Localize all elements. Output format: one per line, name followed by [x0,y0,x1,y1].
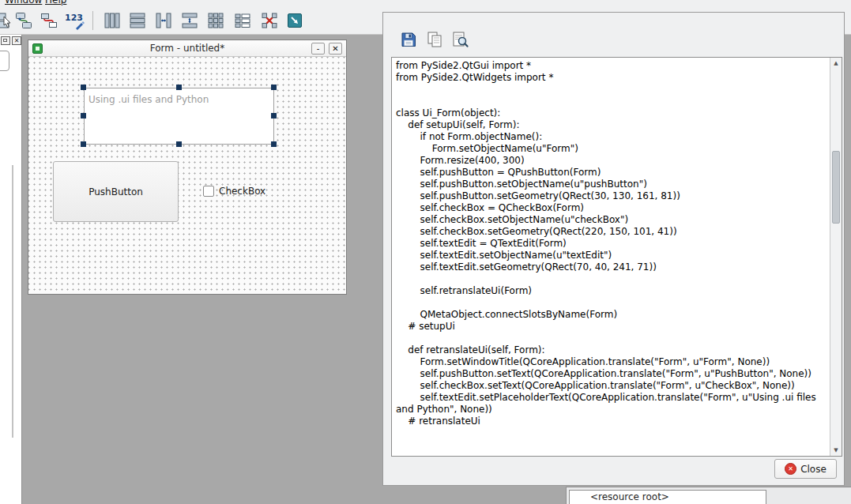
edit-signals-slots-icon [14,11,33,30]
scroll-down-icon[interactable]: ▼ [830,445,842,456]
edit-widgets-icon [0,11,13,30]
code-scrollbar[interactable]: ▲ ▼ [830,58,842,456]
close-button[interactable]: ✕ Close [774,459,837,479]
qt-designer-window: Window Help [0,0,851,504]
selection-handle-top-right[interactable] [271,85,277,90]
edit-buddies-icon [40,11,58,30]
layout-splitter-horizontal-icon [154,11,173,30]
edit-widgets-button[interactable] [0,10,13,31]
form-window-title: Form - untitled* [28,40,346,56]
layout-grid-icon [206,11,225,30]
selection-handle-bottom-right[interactable] [271,141,277,147]
form-minimize-button[interactable]: - [311,43,325,55]
toolbar-separator [92,11,93,30]
code-view[interactable]: from PySide2.QtGui import * from PySide2… [391,57,842,457]
break-layout-button[interactable] [259,10,280,31]
dock-scrollbar[interactable] [12,165,13,438]
layout-splitter-horizontal-button[interactable] [153,10,174,31]
resource-tree: <resource root> [569,490,766,504]
selection-handle-middle-left[interactable] [81,113,86,118]
layout-vertical-icon [128,11,147,30]
scrollbar-thumb[interactable] [832,151,840,224]
form-close-button[interactable]: ✕ [329,43,342,55]
copy-icon [425,30,444,49]
save-icon [399,30,418,49]
textedit-widget[interactable]: Using .ui files and Python [84,88,274,145]
menubar: Window Help [0,0,851,6]
break-layout-icon [260,11,279,30]
layout-splitter-vertical-icon [180,11,199,30]
edit-signals-slots-button[interactable] [13,10,34,31]
selection-handle-top-center[interactable] [176,85,182,90]
layout-horizontal-icon [103,11,122,30]
layout-form-button[interactable] [232,10,253,31]
resource-browser-panel: <resource root> [566,487,851,504]
layout-horizontally-button[interactable] [102,10,122,31]
form-canvas[interactable]: Using .ui files and Python PushButton Ch… [28,57,346,294]
pencil-icon [74,20,85,30]
scroll-up-icon[interactable]: ▲ [830,58,842,69]
textedit-placeholder: Using .ui files and Python [88,94,209,105]
layout-grid-button[interactable] [205,10,226,31]
selection-handle-bottom-left[interactable] [81,141,86,147]
checkbox-widget[interactable]: CheckBox [203,186,265,197]
widget-filter-input[interactable] [0,51,9,71]
selection-handle-bottom-center[interactable] [176,141,182,147]
adjust-size-icon [285,11,304,30]
widget-box-dock: ✕ [0,35,22,504]
generated-python-code[interactable]: from PySide2.QtGui import * from PySide2… [392,58,830,456]
dock-close-button[interactable]: ✕ [12,36,21,45]
edit-tab-order-button[interactable]: 123 [64,10,85,31]
dock-close-icon: ✕ [14,37,20,44]
pushbutton-widget[interactable]: PushButton [53,161,179,222]
find-code-button[interactable] [450,29,470,50]
resource-root-item[interactable]: <resource root> [570,491,766,504]
find-icon [450,30,469,49]
dock-float-button[interactable] [1,36,10,45]
checkbox-indicator[interactable] [203,186,214,197]
edit-tab-order-icon: 123 [64,10,85,31]
form-titlebar[interactable]: Form - untitled* - ✕ [28,40,346,57]
selection-handle-top-left[interactable] [81,85,86,90]
form-file-icon [32,43,43,54]
adjust-size-button[interactable] [284,10,305,31]
checkbox-label: CheckBox [219,186,265,197]
save-code-button[interactable] [398,29,419,50]
selection-handle-middle-right[interactable] [271,113,277,118]
menu-help[interactable]: Help [45,0,66,6]
edit-buddies-button[interactable] [39,10,59,31]
layout-splitter-vertical-button[interactable] [179,10,200,31]
form-editor-window: Form - untitled* - ✕ Using .ui files and… [28,39,347,295]
copy-code-button[interactable] [424,29,445,50]
close-circle-icon: ✕ [785,463,796,475]
code-preview-dialog: from PySide2.QtGui import * from PySide2… [382,12,845,486]
layout-form-icon [233,11,252,30]
close-button-label: Close [800,464,827,475]
dock-float-icon [3,39,7,42]
menu-window[interactable]: Window [5,0,42,6]
pushbutton-label: PushButton [88,186,143,197]
layout-vertically-button[interactable] [127,10,148,31]
